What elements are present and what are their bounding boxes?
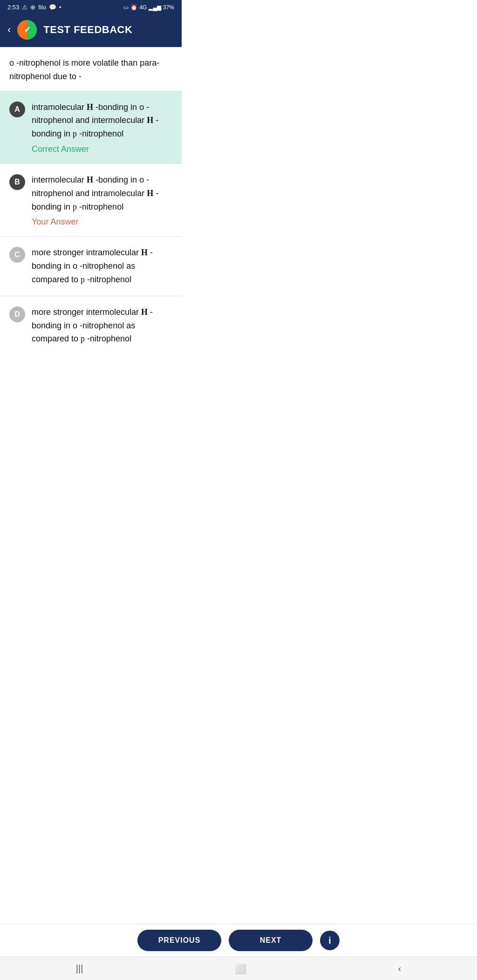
cast-icon: ▭	[123, 4, 129, 11]
signal-bars: ▂▄▆	[149, 4, 161, 11]
whatsapp-icon: ⊕	[30, 4, 35, 11]
option-a-badge: A	[9, 102, 25, 117]
dot-indicator: •	[59, 4, 61, 11]
your-answer-label: Your Answer	[32, 217, 172, 227]
option-c-badge: C	[9, 247, 25, 263]
option-d-text: more stronger intermolecular H -bonding …	[32, 306, 172, 346]
option-b[interactable]: B intermolecular H -bonding in o -nitrop…	[0, 164, 182, 236]
warning-icon: ⚠	[22, 4, 27, 11]
status-bar: 2:53 ⚠ ⊕ filo 💬 • ▭ ⏰ 4G ▂▄▆ 37%	[0, 0, 182, 14]
logo-check-icon: ✓	[24, 25, 31, 35]
battery: 37%	[163, 4, 174, 11]
chat-icon: 💬	[49, 4, 56, 11]
header: ‹ ✓ TEST FEEDBACK	[0, 14, 182, 47]
page-title: TEST FEEDBACK	[43, 24, 132, 36]
status-left: 2:53 ⚠ ⊕ filo 💬 •	[7, 4, 61, 11]
option-a[interactable]: A intramolecular H -bonding in o -nitrop…	[0, 91, 182, 163]
option-c[interactable]: C more stronger intramolecular H -bondin…	[0, 237, 182, 295]
correct-answer-label: Correct Answer	[32, 144, 172, 154]
alarm-icon: ⏰	[130, 4, 137, 11]
signal-text: 4G	[139, 4, 147, 11]
carrier-label: filo	[38, 4, 46, 11]
content-area: o -nitrophenol is more volatile than par…	[0, 47, 182, 411]
option-a-row: A intramolecular H -bonding in o -nitrop…	[9, 101, 172, 141]
option-d[interactable]: D more stronger intermolecular H -bondin…	[0, 296, 182, 355]
status-right: ▭ ⏰ 4G ▂▄▆ 37%	[123, 4, 174, 11]
question-text: o -nitrophenol is more volatile than par…	[9, 56, 172, 83]
option-b-badge: B	[9, 174, 25, 190]
back-button[interactable]: ‹	[7, 24, 11, 36]
app-logo: ✓	[17, 20, 37, 40]
option-d-badge: D	[9, 306, 25, 322]
option-a-text: intramolecular H -bonding in o -nitrophe…	[32, 101, 172, 141]
option-b-text: intermolecular H -bonding in o -nitrophe…	[32, 173, 172, 213]
option-c-text: more stronger intramolecular H -bonding …	[32, 246, 172, 286]
option-b-row: B intermolecular H -bonding in o -nitrop…	[9, 173, 172, 213]
question-section: o -nitrophenol is more volatile than par…	[0, 47, 182, 91]
option-d-row: D more stronger intermolecular H -bondin…	[9, 306, 172, 346]
option-c-row: C more stronger intramolecular H -bondin…	[9, 246, 172, 286]
time: 2:53	[7, 4, 19, 11]
